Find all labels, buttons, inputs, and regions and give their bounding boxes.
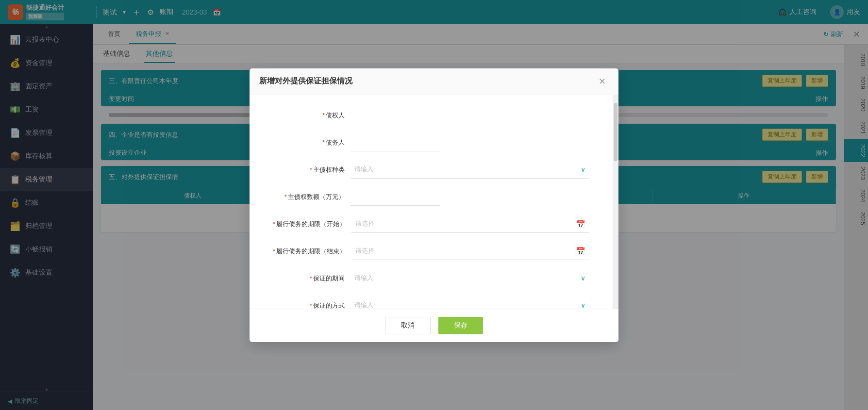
dialog-scrollbar[interactable] bbox=[613, 95, 618, 309]
claim-type-select[interactable]: 请输入 ∨ bbox=[351, 161, 589, 179]
guarantee-period-select[interactable]: 请输入 ∨ bbox=[351, 270, 589, 287]
debt-end-datepicker[interactable]: 请选择 📅 bbox=[351, 243, 589, 260]
dialog-overlay: 新增对外提供保证担保情况 ✕ *债权人 *债务人 bbox=[0, 0, 868, 410]
debt-start-calendar-icon: 📅 bbox=[576, 219, 585, 229]
claim-amount-input[interactable] bbox=[351, 188, 440, 206]
claim-type-dropdown-icon: ∨ bbox=[581, 165, 585, 173]
dialog-header: 新增对外提供保证担保情况 ✕ bbox=[250, 68, 618, 95]
form-row-debtor: *债务人 bbox=[273, 134, 589, 151]
form-row-claim-amount: *主债权数额（万元） bbox=[273, 188, 589, 206]
dialog-footer: 取消 保存 bbox=[250, 309, 618, 342]
form-row-claim-type: *主债权种类 请输入 ∨ bbox=[273, 161, 589, 179]
guarantee-period-placeholder: 请输入 bbox=[354, 274, 581, 282]
debtor-input[interactable] bbox=[351, 134, 440, 151]
debt-end-placeholder: 请选择 bbox=[355, 246, 576, 255]
dialog-body: *债权人 *债务人 bbox=[250, 95, 613, 309]
dialog: 新增对外提供保证担保情况 ✕ *债权人 *债务人 bbox=[250, 68, 618, 342]
guarantee-period-dropdown-icon: ∨ bbox=[581, 274, 585, 282]
guarantee-method-label: *保证的方式 bbox=[273, 301, 351, 309]
form-row-guarantee-method: *保证的方式 请输入 ∨ bbox=[273, 297, 589, 309]
debt-end-label: *履行债务的期限（结束） bbox=[273, 247, 351, 256]
guarantee-method-dropdown-icon: ∨ bbox=[581, 301, 585, 309]
debtor-label: *债务人 bbox=[273, 138, 351, 147]
debt-start-placeholder: 请选择 bbox=[355, 219, 576, 228]
guarantee-period-label: *保证的期间 bbox=[273, 274, 351, 283]
debt-start-datepicker[interactable]: 请选择 📅 bbox=[351, 215, 589, 233]
claim-type-label: *主债权种类 bbox=[273, 165, 351, 174]
creditor-input[interactable] bbox=[351, 107, 440, 124]
creditor-label: *债权人 bbox=[273, 111, 351, 120]
guarantee-method-placeholder: 请输入 bbox=[354, 301, 581, 309]
claim-amount-label: *主债权数额（万元） bbox=[273, 193, 351, 201]
dialog-close-button[interactable]: ✕ bbox=[596, 76, 609, 87]
guarantee-method-select[interactable]: 请输入 ∨ bbox=[351, 297, 589, 309]
save-button[interactable]: 保存 bbox=[438, 317, 483, 334]
form-row-debt-end: *履行债务的期限（结束） 请选择 📅 bbox=[273, 243, 589, 260]
form-row-debt-start: *履行债务的期限（开始） 请选择 📅 bbox=[273, 215, 589, 233]
dialog-title: 新增对外提供保证担保情况 bbox=[259, 76, 352, 86]
dialog-scrollbar-thumb[interactable] bbox=[614, 103, 618, 161]
form-row-creditor: *债权人 bbox=[273, 107, 589, 124]
form-row-guarantee-period: *保证的期间 请输入 ∨ bbox=[273, 270, 589, 287]
debt-end-calendar-icon: 📅 bbox=[576, 246, 585, 256]
claim-type-placeholder: 请输入 bbox=[354, 165, 581, 174]
debt-start-label: *履行债务的期限（开始） bbox=[273, 220, 351, 229]
cancel-button[interactable]: 取消 bbox=[385, 317, 431, 334]
